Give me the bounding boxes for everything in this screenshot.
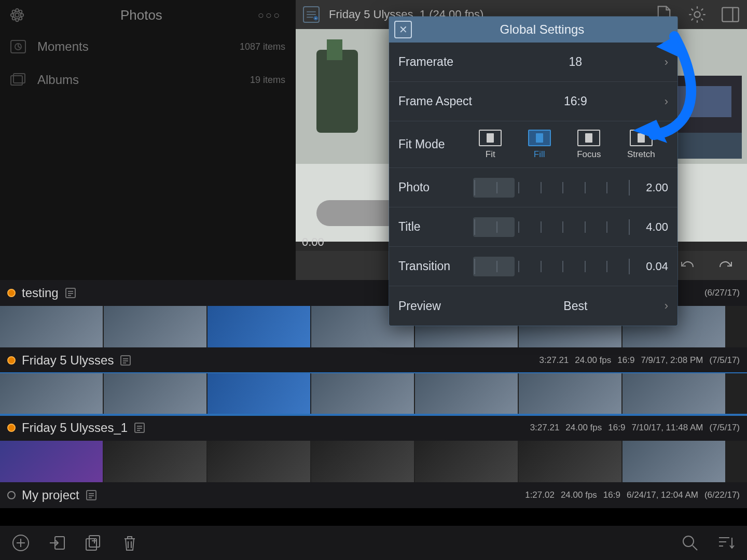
thumbnail — [519, 373, 621, 415]
modal-header: ✕ Global Settings — [389, 17, 677, 43]
chevron-right-icon: › — [665, 95, 668, 108]
duplicate-icon[interactable] — [84, 534, 103, 552]
project-header[interactable]: Friday 5 Ulysses3:27.2124.00 fps16:97/9/… — [0, 347, 747, 373]
fitmode-label: Stretch — [627, 149, 655, 160]
thumbnail — [311, 441, 414, 482]
setting-value: 16:9 — [487, 94, 665, 108]
svg-point-6 — [19, 17, 22, 20]
setting-label: Photo — [398, 180, 466, 194]
aspect-row[interactable]: Frame Aspect 16:9 › — [389, 82, 677, 121]
slider-track[interactable] — [473, 177, 631, 198]
fitmode-label: Fill — [534, 149, 545, 160]
thumbnail — [415, 373, 518, 415]
project-name: My project — [22, 488, 79, 502]
import-icon[interactable] — [48, 534, 66, 552]
sidebar-label: Albums — [37, 73, 239, 87]
svg-point-1 — [16, 9, 19, 12]
app-logo-icon — [9, 7, 25, 23]
photo-duration-row[interactable]: Photo 2.00 — [389, 168, 677, 207]
thumbnail-strip — [0, 441, 747, 482]
svg-rect-13 — [11, 76, 22, 85]
status-dot — [7, 424, 16, 432]
svg-point-4 — [21, 13, 24, 17]
thumbnail — [208, 306, 310, 347]
setting-label: Title — [398, 220, 466, 234]
sidebar-count: 1087 items — [240, 41, 285, 52]
slider-track[interactable] — [473, 256, 631, 277]
trash-icon[interactable] — [120, 534, 139, 552]
fitmode-focus[interactable]: Focus — [577, 130, 601, 160]
status-dot — [7, 491, 16, 499]
transition-duration-row[interactable]: Transition 0.04 — [389, 247, 677, 286]
svg-point-8 — [12, 17, 16, 20]
project-header[interactable]: Friday 5 Ulysses_13:27.2124.00 fps16:97/… — [0, 415, 747, 441]
sort-icon[interactable] — [717, 534, 736, 552]
undo-icon[interactable] — [679, 258, 696, 273]
project-row[interactable]: My project1:27.0224.00 fps16:96/24/17, 1… — [0, 441, 747, 508]
close-icon[interactable]: ✕ — [394, 21, 412, 38]
project-meta: 3:27.2124.00 fps16:97/10/17, 11:48 AM(7/… — [530, 423, 740, 433]
project-name: Friday 5 Ulysses_1 — [22, 421, 128, 435]
svg-rect-22 — [722, 8, 739, 22]
svg-rect-27 — [327, 39, 342, 60]
thumbnail — [104, 306, 206, 347]
svg-point-21 — [694, 11, 700, 17]
more-icon[interactable]: ○○○ — [258, 9, 281, 21]
fitmode-label: Fit — [486, 149, 495, 160]
svg-rect-14 — [13, 74, 25, 83]
setting-label: Transition — [398, 259, 466, 273]
svg-point-58 — [683, 536, 694, 547]
fitmode-icon — [630, 130, 653, 146]
fitmode-fill[interactable]: Fill — [528, 130, 551, 160]
setting-label: Framerate — [398, 55, 487, 69]
thumbnail — [519, 441, 621, 482]
setting-label: Fit Mode — [398, 137, 461, 151]
framerate-row[interactable]: Framerate 18 › — [389, 43, 677, 82]
sidebar-item-moments[interactable]: Moments 1087 items — [0, 30, 296, 63]
preview-quality-row[interactable]: Preview Best › — [389, 286, 677, 326]
fitmode-icon — [528, 130, 551, 146]
svg-rect-26 — [316, 50, 358, 133]
fitmode-icon — [577, 130, 600, 146]
project-meta: 3:27.2124.00 fps16:97/9/17, 2:08 PM(7/5/… — [540, 355, 740, 366]
thumbnail — [104, 441, 206, 482]
redo-icon[interactable] — [717, 258, 735, 273]
search-icon[interactable] — [681, 534, 699, 552]
title-duration-row[interactable]: Title 4.00 — [389, 207, 677, 247]
project-header[interactable]: My project1:27.0224.00 fps16:96/24/17, 1… — [0, 482, 747, 508]
setting-label: Preview — [398, 299, 487, 313]
add-clip-icon[interactable]: + — [303, 6, 320, 23]
note-icon[interactable] — [86, 489, 97, 501]
svg-point-7 — [19, 10, 22, 13]
note-icon[interactable] — [120, 355, 131, 366]
svg-point-2 — [16, 19, 19, 22]
modal-title: Global Settings — [412, 22, 672, 37]
thumbnail — [311, 373, 414, 415]
photos-panel: Photos ○○○ Moments 1087 items Albums 19 … — [0, 0, 296, 280]
thumbnail — [622, 373, 725, 415]
moments-icon — [10, 40, 26, 53]
sidebar-count: 19 items — [250, 75, 285, 86]
sidebar-item-albums[interactable]: Albums 19 items — [0, 63, 296, 96]
setting-value: Best — [487, 299, 665, 313]
thumbnail — [415, 441, 518, 482]
thumbnail-strip — [0, 373, 747, 415]
add-icon[interactable] — [11, 534, 30, 552]
setting-value: 2.00 — [638, 181, 668, 194]
sidebar-label: Moments — [37, 39, 228, 54]
status-dot — [7, 289, 16, 297]
project-row[interactable]: Friday 5 Ulysses_13:27.2124.00 fps16:97/… — [0, 373, 747, 441]
preview-time: 0.00 — [302, 235, 324, 249]
layout-icon[interactable] — [721, 5, 740, 24]
svg-line-12 — [18, 47, 20, 48]
gear-icon[interactable] — [688, 5, 707, 24]
slider-track[interactable] — [473, 217, 631, 237]
note-icon[interactable] — [65, 287, 76, 299]
fitmode-stretch[interactable]: Stretch — [627, 130, 655, 160]
thumbnail — [0, 306, 103, 347]
fitmode-fit[interactable]: Fit — [479, 130, 502, 160]
fitmode-label: Focus — [577, 149, 601, 160]
note-icon[interactable] — [134, 422, 145, 433]
svg-line-59 — [693, 545, 697, 550]
status-dot — [7, 356, 16, 365]
